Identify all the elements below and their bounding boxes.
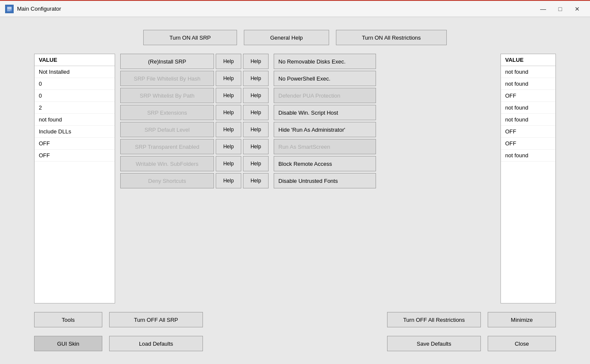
srp-row-3: SRP Extensions Help Help	[120, 105, 269, 120]
hide-run-as-admin-button[interactable]: Hide 'Run As Administrator'	[274, 122, 376, 137]
srp-help2-7[interactable]: Help	[243, 173, 269, 188]
left-value-panel: VALUE Not Installed 0 0 2 not found Incl…	[34, 54, 115, 303]
left-value-6: OFF	[35, 138, 115, 150]
turn-on-all-restrictions-button[interactable]: Turn ON All Restrictions	[336, 30, 447, 45]
close-button[interactable]: Close	[488, 336, 556, 351]
right-value-0: not found	[501, 66, 555, 78]
left-value-0: Not Installed	[35, 66, 115, 78]
run-as-smartscreen-button[interactable]: Run As SmartScreen	[274, 139, 376, 154]
turn-off-all-srp-button[interactable]: Turn OFF All SRP	[109, 312, 203, 327]
top-buttons-row: Turn ON All SRP General Help Turn ON All…	[34, 30, 556, 45]
right-value-2: OFF	[501, 90, 555, 102]
srp-help2-4[interactable]: Help	[243, 122, 269, 137]
srp-help1-1[interactable]: Help	[216, 71, 241, 86]
left-value-5: Include DLLs	[35, 126, 115, 138]
srp-row-0: (Re)Install SRP Help Help	[120, 54, 269, 69]
right-value-6: OFF	[501, 138, 555, 150]
restriction-row-7: Disable Untrusted Fonts	[274, 173, 495, 188]
srp-help1-4[interactable]: Help	[216, 122, 241, 137]
disable-script-host-button[interactable]: Disable Win. Script Host	[274, 105, 376, 120]
srp-section: (Re)Install SRP Help Help SRP File White…	[120, 54, 269, 303]
srp-help2-1[interactable]: Help	[243, 71, 269, 86]
srp-row-6: Writable Win. SubFolders Help Help	[120, 156, 269, 171]
srp-row-4: SRP Default Level Help Help	[120, 122, 269, 137]
srp-deny-shortcuts-button[interactable]: Deny Shortcuts	[120, 173, 214, 188]
restriction-row-0: No Removable Disks Exec.	[274, 54, 495, 69]
restriction-row-4: Hide 'Run As Administrator'	[274, 122, 495, 137]
srp-help2-2[interactable]: Help	[243, 88, 269, 103]
svg-rect-3	[7, 11, 10, 11]
srp-help1-3[interactable]: Help	[216, 105, 241, 120]
srp-row-1: SRP File Whitelist By Hash Help Help	[120, 71, 269, 86]
block-remote-access-button[interactable]: Block Remote Access	[274, 156, 376, 171]
reinstall-srp-button[interactable]: (Re)Install SRP	[120, 54, 214, 69]
save-defaults-button[interactable]: Save Defaults	[387, 336, 481, 351]
window-title: Main Configurator	[17, 6, 61, 12]
title-bar: Main Configurator — □ ✕	[0, 0, 590, 17]
srp-help2-6[interactable]: Help	[243, 156, 269, 171]
svg-rect-1	[7, 7, 12, 9]
tools-button[interactable]: Tools	[34, 312, 102, 327]
middle-section: VALUE Not Installed 0 0 2 not found Incl…	[34, 54, 556, 303]
load-defaults-button[interactable]: Load Defaults	[109, 336, 203, 351]
right-value-panel: VALUE not found not found OFF not found …	[500, 54, 556, 303]
defender-pua-button[interactable]: Defender PUA Protection	[274, 88, 376, 103]
bottom-row-1: Tools Turn OFF All SRP Turn OFF All Rest…	[34, 312, 556, 327]
turn-off-all-restrictions-button[interactable]: Turn OFF All Restrictions	[387, 312, 481, 327]
gui-skin-button[interactable]: GUI Skin	[34, 336, 102, 351]
bottom-row-2: GUI Skin Load Defaults Save Defaults Clo…	[34, 336, 556, 351]
title-bar-left: Main Configurator	[5, 5, 61, 13]
left-value-3: 2	[35, 102, 115, 114]
disable-untrusted-fonts-button[interactable]: Disable Untrusted Fonts	[274, 173, 376, 188]
title-bar-controls: — □ ✕	[535, 3, 585, 15]
close-window-button[interactable]: ✕	[570, 3, 585, 15]
restriction-row-6: Block Remote Access	[274, 156, 495, 171]
right-value-4: not found	[501, 114, 555, 126]
right-value-7: not found	[501, 150, 555, 162]
left-value-7: OFF	[35, 150, 115, 162]
right-value-1: not found	[501, 78, 555, 90]
srp-default-level-button[interactable]: SRP Default Level	[120, 122, 214, 137]
restriction-row-5: Run As SmartScreen	[274, 139, 495, 154]
no-powershell-button[interactable]: No PowerShell Exec.	[274, 71, 376, 86]
srp-help1-7[interactable]: Help	[216, 173, 241, 188]
srp-row-2: SRP Whitelist By Path Help Help	[120, 88, 269, 103]
srp-help1-6[interactable]: Help	[216, 156, 241, 171]
minimize-window-button[interactable]: —	[535, 3, 551, 15]
turn-on-all-srp-button[interactable]: Turn ON All SRP	[143, 30, 237, 45]
right-value-3: not found	[501, 102, 555, 114]
restriction-row-2: Defender PUA Protection	[274, 88, 495, 103]
left-value-2: 0	[35, 90, 115, 102]
svg-rect-2	[7, 10, 12, 10]
general-help-button[interactable]: General Help	[244, 30, 329, 45]
restriction-row-1: No PowerShell Exec.	[274, 71, 495, 86]
app-icon	[5, 5, 14, 13]
srp-row-7: Deny Shortcuts Help Help	[120, 173, 269, 188]
srp-whitelist-path-button[interactable]: SRP Whitelist By Path	[120, 88, 214, 103]
left-value-header: VALUE	[35, 54, 115, 66]
srp-help1-5[interactable]: Help	[216, 139, 241, 154]
left-value-4: not found	[35, 114, 115, 126]
restore-window-button[interactable]: □	[552, 3, 568, 15]
restrictions-section: No Removable Disks Exec. No PowerShell E…	[274, 54, 495, 303]
srp-row-5: SRP Transparent Enabled Help Help	[120, 139, 269, 154]
srp-help1-2[interactable]: Help	[216, 88, 241, 103]
srp-help2-0[interactable]: Help	[243, 54, 269, 69]
restriction-row-3: Disable Win. Script Host	[274, 105, 495, 120]
srp-extensions-button[interactable]: SRP Extensions	[120, 105, 214, 120]
srp-help1-0[interactable]: Help	[216, 54, 241, 69]
srp-transparent-button[interactable]: SRP Transparent Enabled	[120, 139, 214, 154]
right-value-header: VALUE	[501, 54, 555, 66]
main-content: Turn ON All SRP General Help Turn ON All…	[0, 17, 590, 364]
srp-help2-3[interactable]: Help	[243, 105, 269, 120]
srp-help2-5[interactable]: Help	[243, 139, 269, 154]
left-value-1: 0	[35, 78, 115, 90]
srp-whitelist-hash-button[interactable]: SRP File Whitelist By Hash	[120, 71, 214, 86]
minimize-button[interactable]: Minimize	[488, 312, 556, 327]
right-value-5: OFF	[501, 126, 555, 138]
srp-writable-subfolders-button[interactable]: Writable Win. SubFolders	[120, 156, 214, 171]
no-removable-disks-button[interactable]: No Removable Disks Exec.	[274, 54, 376, 69]
